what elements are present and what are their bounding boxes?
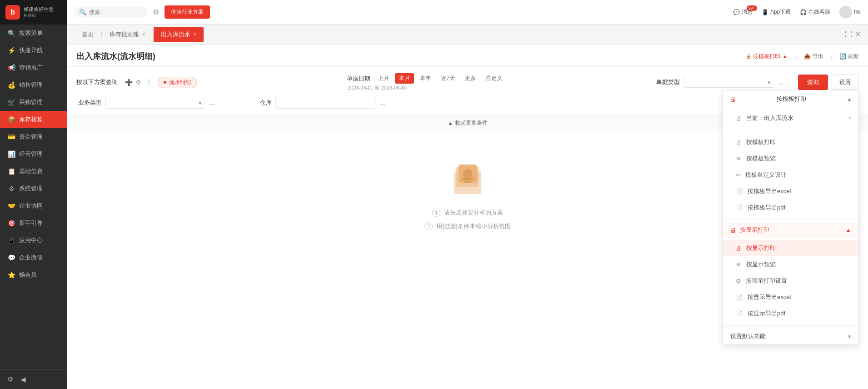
topbar-search-box[interactable]: 🔍 xyxy=(75,7,147,17)
query-btn[interactable]: 查询 xyxy=(798,75,828,90)
page-header: 出入库流水(流水明细) 🖨 按模板打印 ▲ | 📤 导出 | 🔄 刷新 xyxy=(67,45,868,67)
template-print-arrow: ▲ xyxy=(782,53,788,60)
settings-btn[interactable]: 设置 xyxy=(832,75,859,90)
dropdown-header-close-icon[interactable]: ▲ xyxy=(847,96,852,102)
dropdown-display-display-preview[interactable]: 👁 按显示预览 xyxy=(723,256,858,273)
refresh-btn[interactable]: 🔄 刷新 xyxy=(839,53,859,60)
warehouse-more-icon[interactable]: … xyxy=(379,99,386,107)
app-name: 畅捷通好生意 xyxy=(24,6,54,13)
template-print-btn[interactable]: 🖨 按模板打印 ▲ xyxy=(746,53,788,60)
collapse-sidebar-icon[interactable]: ◀ xyxy=(20,375,26,384)
topbar-gear-icon[interactable]: ⚙ xyxy=(153,8,159,16)
tab-inout-flow[interactable]: 出入库流水 × xyxy=(154,27,204,42)
filter-settings-icon[interactable]: ⚙ xyxy=(135,79,141,86)
tab-home[interactable]: 首页 xyxy=(75,27,101,42)
operation-nav-label: 经营管理 xyxy=(19,150,43,158)
dropdown-footer[interactable]: 设置默认功能 ▾ xyxy=(723,328,858,344)
type-more-icon[interactable]: … xyxy=(778,78,785,86)
template-print-label: 按模板打印 xyxy=(746,138,851,146)
date-btn-thismonth[interactable]: 本月 xyxy=(395,73,414,84)
tab-close-all-icon[interactable]: ✕ xyxy=(855,30,861,39)
sidebar-item-marketing[interactable]: 📢 营销推广 xyxy=(0,59,67,76)
tab-batch-account-close[interactable]: × xyxy=(142,31,145,38)
sidebar-item-inventory[interactable]: 📦 库存核算 xyxy=(0,111,67,128)
date-btn-thisyear[interactable]: 本年 xyxy=(416,73,435,84)
export-btn[interactable]: 📤 导出 xyxy=(804,53,823,60)
filter-add-icon[interactable]: ➕ xyxy=(125,79,133,86)
date-btn-more[interactable]: 更多 xyxy=(461,73,480,84)
date-btn-custom[interactable]: 自定义 xyxy=(482,73,506,84)
dropdown-current-label: 当前：出入库流水 xyxy=(746,114,844,122)
customer-service-btn[interactable]: 🎧 在线客服 xyxy=(800,8,830,16)
sidebar-item-operation[interactable]: 📊 经营管理 xyxy=(0,145,67,163)
sidebar-item-finance[interactable]: 💳 资金管理 xyxy=(0,128,67,145)
dropdown-display-section-header[interactable]: 🖨 按显示打印 ▲ xyxy=(723,222,858,238)
type-select[interactable] xyxy=(683,77,774,88)
topbar-search-input[interactable] xyxy=(89,9,143,15)
sidebar-item-quick-nav[interactable]: ⚡ 快捷导航 xyxy=(0,42,67,59)
template-export-excel-label: 按模板导出excel xyxy=(748,187,851,195)
dropdown-display-display-export-excel[interactable]: 📄 按显示导出excel xyxy=(723,289,858,305)
sales-nav-label: 销售管理 xyxy=(19,81,43,89)
tab-fullscreen-icon[interactable]: ⛶ xyxy=(845,30,852,39)
dropdown-current-arrow: ▾ xyxy=(848,115,851,121)
topbar-search-icon: 🔍 xyxy=(79,9,86,15)
cooperation-nav-icon: 🤝 xyxy=(7,202,15,209)
dropdown-current-item[interactable]: 🖨 当前：出入库流水 ▾ xyxy=(723,110,858,126)
message-icon: 💬 xyxy=(733,9,740,15)
dropdown-template-template-export-excel[interactable]: 📄 按模板导出excel xyxy=(723,183,858,199)
export-label: 导出 xyxy=(813,53,823,60)
logo-text-block: 畅捷通好生意 标准版 xyxy=(24,6,54,19)
tab-inout-flow-close[interactable]: × xyxy=(193,31,196,38)
date-btn-7days[interactable]: 近7天 xyxy=(437,73,459,84)
sidebar-item-search[interactable]: 🔍 搜索菜单 xyxy=(0,25,67,42)
dropdown-footer-label: 设置默认功能 xyxy=(730,332,766,340)
settings-icon[interactable]: ⚙ xyxy=(7,375,13,384)
dropdown-template-template-export-pdf[interactable]: 📄 按模板导出pdf xyxy=(723,199,858,216)
user-avatar-btn[interactable]: Rit xyxy=(839,6,861,19)
sidebar-item-system[interactable]: ⚙ 系统管理 xyxy=(0,180,67,197)
basic-nav-icon: 📋 xyxy=(7,168,15,175)
sidebar-item-membership[interactable]: ⭐ 畅会员 xyxy=(0,266,67,284)
filter-tag: 流水明细 xyxy=(158,77,197,88)
dropdown-template-section: 🖨 按模板打印 👁 按模板预览 ✏ 模板自定义设计 📄 按模板导出excel 📄… xyxy=(723,132,858,218)
template-custom-icon: ✏ xyxy=(736,172,741,179)
filter-scheme-label: 按以下方案查询 xyxy=(76,78,118,86)
dropdown-template-template-preview[interactable]: 👁 按模板预览 xyxy=(723,150,858,167)
empty-step-1: 1 请先选择要分析的方案 xyxy=(432,209,503,217)
topbar-right: 💬 消息 99+ 📱 App下载 🎧 在线客服 Rit xyxy=(733,6,861,19)
marketing-nav-label: 营销推广 xyxy=(19,64,43,72)
app-download-btn[interactable]: 📱 App下载 xyxy=(762,8,791,16)
dropdown-template-template-print[interactable]: 🖨 按模板打印 xyxy=(723,134,858,150)
page-title: 出入库流水(流水明细) xyxy=(76,51,155,62)
tab-batch-account[interactable]: 库存批次账 × xyxy=(102,27,152,42)
sidebar-item-beginner[interactable]: 🎯 新手引导 xyxy=(0,214,67,232)
dropdown-display-display-print[interactable]: 🖨 按显示打印 xyxy=(723,240,858,256)
dropdown-header: 🖨 按模板打印 ▲ xyxy=(723,90,858,108)
display-print-settings-label: 按显示打印设置 xyxy=(746,277,851,285)
dropdown-display-display-print-settings[interactable]: ⚙ 按显示打印设置 xyxy=(723,273,858,289)
sidebar-item-sales[interactable]: 💰 销售管理 xyxy=(0,76,67,94)
sidebar-item-basic[interactable]: 📋 基础信息 xyxy=(0,163,67,180)
trial-btn[interactable]: 体验行业方案 xyxy=(165,5,210,19)
dropdown-footer-arrow: ▾ xyxy=(848,333,851,340)
business-type-select-wrapper xyxy=(105,97,205,109)
sidebar-item-cooperation[interactable]: 🤝 企业协同 xyxy=(0,197,67,214)
dropdown-template-template-custom[interactable]: ✏ 模板自定义设计 xyxy=(723,167,858,183)
template-print-icon: 🖨 xyxy=(746,53,751,60)
sidebar-item-purchase[interactable]: 🛒 采购管理 xyxy=(0,94,67,111)
dropdown-current-section: 🖨 当前：出入库流水 ▾ xyxy=(723,108,858,128)
message-btn[interactable]: 💬 消息 99+ xyxy=(733,8,753,16)
business-type-select[interactable] xyxy=(105,97,205,109)
business-more-icon[interactable]: … xyxy=(209,99,216,107)
dropdown-display-display-export-pdf[interactable]: 📄 按显示导出pdf xyxy=(723,305,858,322)
empty-step2-text: 用[过滤]条件来缩小分析范围 xyxy=(436,222,510,230)
empty-step-2: 2 用[过滤]条件来缩小分析范围 xyxy=(424,222,510,230)
sidebar-item-app-center[interactable]: 📱 应用中心 xyxy=(0,232,67,249)
filter-collapse-icon[interactable]: 《 xyxy=(144,78,150,86)
sidebar-item-enterprise-wechat[interactable]: 💬 企业微信 xyxy=(0,249,67,266)
warehouse-input[interactable] xyxy=(275,97,375,109)
date-range-text: 2023-06-01 至 2023-06-30 xyxy=(347,85,506,91)
date-btn-lastmonth[interactable]: 上月 xyxy=(374,73,393,84)
finance-nav-label: 资金管理 xyxy=(19,133,43,141)
